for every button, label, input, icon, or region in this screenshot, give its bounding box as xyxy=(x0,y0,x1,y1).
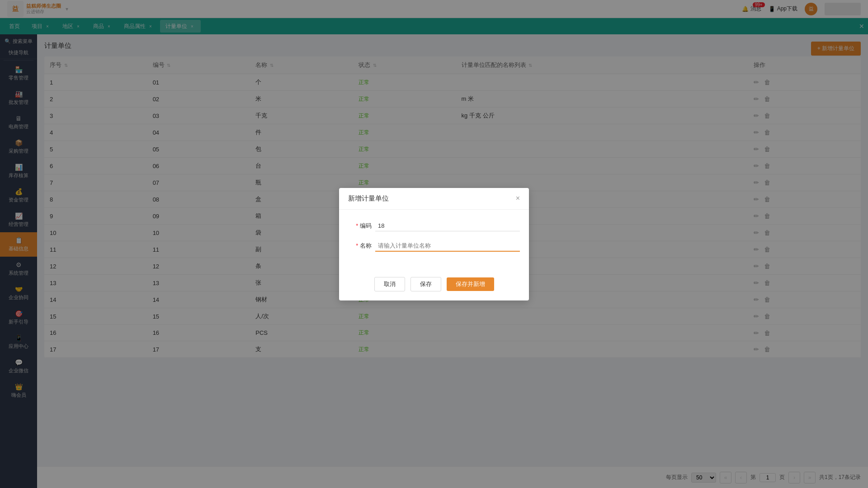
modal-overlay[interactable]: 新增计量单位 × 编码 名称 取消 保存 保存并新增 xyxy=(0,0,868,488)
code-input[interactable] xyxy=(375,221,520,231)
save-button[interactable]: 保存 xyxy=(410,277,441,291)
code-label: 编码 xyxy=(348,222,375,230)
save-add-button[interactable]: 保存并新增 xyxy=(447,277,494,291)
modal-close-button[interactable]: × xyxy=(516,194,520,202)
name-input[interactable] xyxy=(375,240,520,252)
modal-footer: 取消 保存 保存并新增 xyxy=(339,272,529,300)
add-unit-modal: 新增计量单位 × 编码 名称 取消 保存 保存并新增 xyxy=(339,188,529,300)
cancel-button[interactable]: 取消 xyxy=(374,277,405,291)
modal-title: 新增计量单位 xyxy=(348,194,389,203)
form-row-name: 名称 xyxy=(348,240,520,252)
name-label: 名称 xyxy=(348,242,375,250)
form-row-code: 编码 xyxy=(348,221,520,231)
modal-body: 编码 名称 xyxy=(339,210,529,272)
modal-header: 新增计量单位 × xyxy=(339,188,529,210)
